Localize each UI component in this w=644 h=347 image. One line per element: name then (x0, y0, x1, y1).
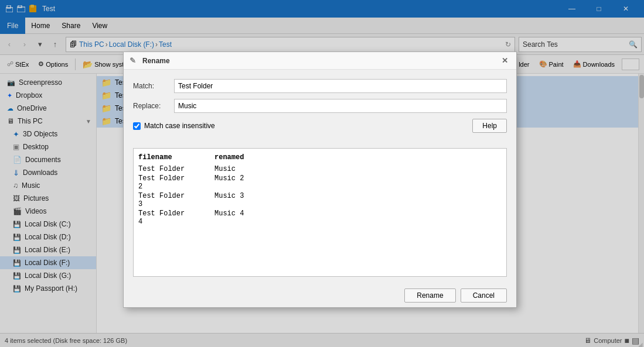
rename-dialog: ✎ Rename ✕ Match: Replace: Match case in… (123, 51, 517, 308)
checkbox-label[interactable]: Match case insensitive (133, 122, 215, 130)
preview-header: filename renamed (138, 153, 502, 162)
dialog-title-text: Rename (142, 57, 170, 65)
replace-input[interactable] (174, 99, 507, 113)
dialog-close-button[interactable]: ✕ (499, 55, 510, 67)
preview-row-4: Test Folder 4 Music 4 (138, 209, 502, 226)
dialog-overlay: ✎ Rename ✕ Match: Replace: Match case in… (0, 0, 644, 347)
dialog-resize-handle[interactable]: ◢ (638, 341, 644, 347)
checkbox-row: Match case insensitive Help (133, 119, 507, 133)
help-button[interactable]: Help (472, 119, 507, 133)
dialog-footer: Rename Cancel (124, 284, 516, 307)
preview-row-3: Test Folder 3 Music 3 (138, 192, 502, 208)
rename-button[interactable]: Rename (404, 288, 455, 303)
match-case-text: Match case insensitive (144, 122, 215, 130)
dialog-title-icon: ✎ (130, 56, 139, 66)
preview-renamed-4: Music 4 (214, 209, 261, 226)
replace-label: Replace: (133, 102, 174, 110)
match-label: Match: (133, 82, 174, 90)
preview-row-2: Test Folder 2 Music 2 (138, 174, 502, 191)
preview-renamed-2: Music 2 (214, 174, 261, 191)
preview-filename-2: Test Folder 2 (138, 174, 191, 191)
preview-header-col2: renamed (214, 153, 261, 162)
rename-preview: filename renamed Test Folder Music Test … (133, 148, 507, 277)
preview-header-col1: filename (138, 153, 191, 162)
preview-filename-1: Test Folder (138, 165, 191, 173)
dialog-body: Match: Replace: Match case insensitive H… (124, 70, 516, 148)
preview-filename-3: Test Folder 3 (138, 192, 191, 208)
preview-renamed-3: Music 3 (214, 192, 261, 208)
match-input[interactable] (174, 79, 507, 93)
preview-renamed-1: Music (214, 165, 261, 173)
match-row: Match: (133, 79, 507, 93)
preview-row-1: Test Folder Music (138, 165, 502, 173)
replace-row: Replace: (133, 99, 507, 113)
dialog-title-bar: ✎ Rename ✕ (124, 52, 516, 70)
cancel-button[interactable]: Cancel (461, 288, 507, 303)
preview-filename-4: Test Folder 4 (138, 209, 191, 226)
match-case-checkbox[interactable] (133, 122, 141, 130)
